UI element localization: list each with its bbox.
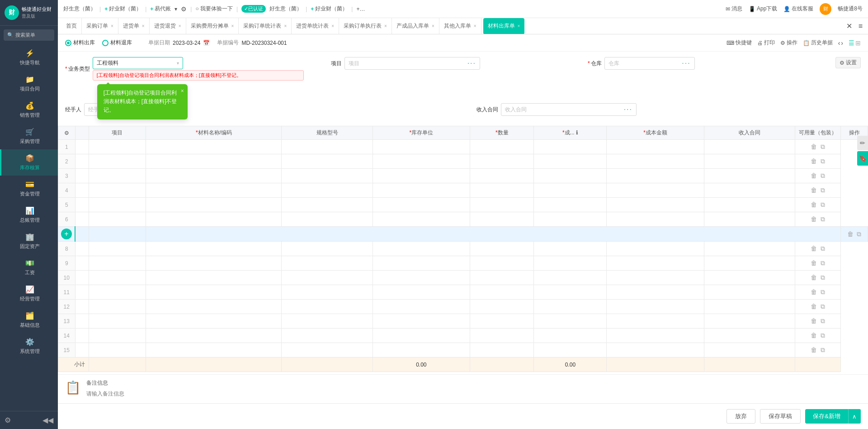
copy-row-icon[interactable]: ⧉ [821, 143, 825, 150]
cell-available[interactable] [704, 285, 795, 300]
cell-material[interactable] [89, 183, 146, 198]
radio-material-return[interactable]: 材料退库 [102, 39, 132, 47]
cell-cost-amount[interactable] [534, 256, 607, 271]
cell-project[interactable] [75, 343, 89, 358]
cell-income-contract[interactable] [607, 256, 704, 271]
tab-goods-in[interactable]: 进货单 × [118, 18, 150, 34]
cell-cost-amount[interactable] [534, 140, 607, 154]
delete-row-icon[interactable]: 🗑 [811, 157, 817, 165]
tab-purchase-expense[interactable]: 采购费用分摊单 × [186, 18, 239, 34]
right-panel-bookmark-icon[interactable]: 🔖 [857, 151, 868, 166]
delete-row-icon[interactable]: 🗑 [811, 143, 817, 150]
cell-available[interactable] [704, 154, 795, 169]
sidebar-collapse-icon[interactable]: ◀◀ [42, 416, 53, 424]
history-btn[interactable]: 📋 历史单据 [803, 39, 833, 47]
sidebar-item-system[interactable]: ⚙️ 系统管理 [0, 333, 58, 359]
user-avatar[interactable]: 财 [820, 3, 831, 15]
tab-material-out[interactable]: 材料出库单 × [483, 18, 525, 34]
col-header-gear[interactable]: ⚙ [58, 126, 75, 140]
copy-row-icon[interactable]: ⧉ [821, 157, 825, 165]
form-date-value[interactable]: 2023-03-24 [173, 40, 200, 46]
sidebar-item-basic[interactable]: 🗂️ 基础信息 [0, 307, 58, 333]
topbar-easy-account[interactable]: +易代账 [150, 5, 171, 13]
remarks-input[interactable] [86, 389, 861, 399]
cell-material[interactable] [89, 140, 146, 154]
cell-income-contract[interactable] [607, 154, 704, 169]
save-new-arrow-button[interactable]: ∧ [848, 409, 861, 424]
cell-material[interactable] [89, 256, 146, 271]
cell-material[interactable] [89, 300, 146, 314]
topbar-message[interactable]: ✉ 消息 [726, 5, 742, 13]
cell-spec[interactable] [146, 169, 282, 183]
topbar-service[interactable]: 👤 在线客服 [783, 5, 813, 13]
topbar-good-wealth[interactable]: +好业财（菌） [104, 5, 142, 13]
cell-available[interactable] [704, 169, 795, 183]
cell-income-contract[interactable] [607, 183, 704, 198]
cell-available[interactable] [704, 314, 795, 329]
cell-available[interactable] [704, 212, 795, 227]
sidebar-item-project[interactable]: 📁 项目合同 [0, 71, 58, 97]
cell-cost-price[interactable] [470, 329, 534, 343]
sidebar-item-salary[interactable]: 💵 工资 [0, 254, 58, 281]
cell-quantity[interactable] [373, 154, 470, 169]
list-view-icon[interactable]: ☰ [849, 39, 854, 47]
tab-close-icon[interactable]: × [518, 24, 520, 29]
tab-close-all-icon[interactable]: ✕ [844, 22, 854, 30]
tab-close-icon[interactable]: × [432, 24, 434, 29]
tab-close-icon[interactable]: × [231, 24, 234, 29]
tab-close-icon[interactable]: × [474, 24, 476, 29]
copy-row-icon[interactable]: ⧉ [821, 346, 825, 353]
cell-income-contract[interactable] [607, 140, 704, 154]
copy-row-icon[interactable]: ⧉ [857, 230, 861, 238]
sidebar-item-shortcut[interactable]: ⚡ 快捷导航 [0, 44, 58, 71]
tab-close-icon[interactable]: × [331, 24, 334, 29]
cell-available[interactable] [704, 242, 795, 256]
calendar-icon[interactable]: 📅 [203, 40, 210, 46]
cell-spec[interactable] [146, 183, 282, 198]
cell-project[interactable] [75, 242, 89, 256]
form-settings-btn[interactable]: ⚙ 设置 [835, 57, 861, 68]
copy-row-icon[interactable]: ⧉ [821, 274, 825, 281]
delete-row-icon[interactable]: 🗑 [811, 346, 817, 353]
tooltip-close-icon[interactable]: × [181, 87, 184, 95]
delete-row-icon[interactable]: 🗑 [811, 317, 817, 324]
cell-material[interactable] [89, 329, 146, 343]
cell-cost-price[interactable] [470, 314, 534, 329]
delete-row-icon[interactable]: 🗑 [811, 303, 817, 310]
cell-material[interactable] [89, 314, 146, 329]
operation-btn[interactable]: ⚙ 操作 [780, 39, 797, 47]
cell-cost-price[interactable] [470, 271, 534, 285]
tab-close-icon[interactable]: × [384, 24, 387, 29]
cell-active-rest[interactable] [146, 227, 841, 242]
cell-unit[interactable] [282, 154, 373, 169]
cell-quantity[interactable] [373, 183, 470, 198]
cell-unit[interactable] [282, 256, 373, 271]
cell-unit[interactable] [282, 343, 373, 358]
cell-active-material[interactable] [89, 227, 146, 242]
cell-cost-amount[interactable] [534, 242, 607, 256]
copy-row-icon[interactable]: ⧉ [821, 172, 825, 179]
cell-available[interactable] [704, 343, 795, 358]
cell-spec[interactable] [146, 140, 282, 154]
copy-row-icon[interactable]: ⧉ [821, 332, 825, 339]
cell-project[interactable] [75, 300, 89, 314]
cell-spec[interactable] [146, 285, 282, 300]
copy-row-icon[interactable]: ⧉ [821, 259, 825, 267]
project-input[interactable]: 项目 ··· [344, 57, 480, 70]
cell-income-contract[interactable] [607, 343, 704, 358]
cell-unit[interactable] [282, 140, 373, 154]
cell-material[interactable] [89, 242, 146, 256]
search-menu[interactable]: 🔍 搜索菜单 [4, 29, 54, 41]
delete-row-icon[interactable]: 🗑 [811, 259, 817, 267]
cell-income-contract[interactable] [607, 242, 704, 256]
topbar-dropdown[interactable]: ▾ [175, 6, 177, 12]
cell-quantity[interactable] [373, 271, 470, 285]
cell-material[interactable] [89, 271, 146, 285]
cell-cost-amount[interactable] [534, 285, 607, 300]
cell-unit[interactable] [282, 271, 373, 285]
cell-unit[interactable] [282, 300, 373, 314]
cell-quantity[interactable] [373, 314, 470, 329]
cell-cost-price[interactable] [470, 212, 534, 227]
cell-quantity[interactable] [373, 242, 470, 256]
tab-menu-icon[interactable]: ≡ [857, 22, 864, 30]
